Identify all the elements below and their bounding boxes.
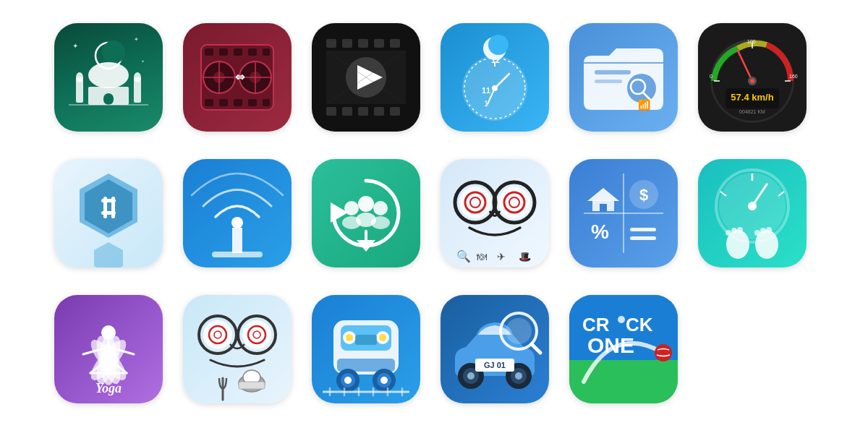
svg-rect-85 (111, 197, 115, 218)
svg-marker-86 (94, 242, 123, 267)
svg-point-194 (506, 318, 532, 344)
app-icon-cricket[interactable]: CR CK ONE (569, 295, 678, 403)
app-icon-train[interactable] (312, 295, 420, 403)
app-icon-food-search[interactable] (183, 295, 292, 403)
app-icon-prayer-clock[interactable]: 12 11 1 (441, 23, 549, 132)
svg-rect-35 (342, 39, 352, 48)
svg-point-128 (748, 202, 757, 210)
svg-point-198 (655, 344, 672, 361)
svg-point-50 (488, 35, 509, 55)
app-icon-smart-search[interactable]: 🔍 🍽 ✈ 🎩 (441, 159, 549, 267)
svg-rect-120 (630, 228, 656, 231)
svg-text:160: 160 (789, 74, 798, 79)
svg-point-7 (76, 72, 83, 82)
svg-point-88 (231, 217, 243, 228)
svg-text:Yoga: Yoga (95, 381, 122, 395)
svg-rect-21 (234, 99, 242, 106)
svg-rect-23 (263, 99, 270, 106)
svg-point-91 (344, 201, 359, 215)
svg-text:57.4 km/h: 57.4 km/h (731, 92, 773, 103)
svg-text:✈: ✈ (497, 251, 506, 262)
svg-rect-38 (390, 39, 400, 48)
svg-rect-87 (232, 228, 242, 253)
svg-rect-14 (205, 48, 213, 56)
svg-point-200 (618, 316, 625, 323)
svg-point-187 (467, 372, 475, 380)
svg-point-59 (492, 85, 498, 91)
svg-text:CR: CR (582, 314, 610, 335)
svg-rect-16 (234, 48, 242, 56)
svg-text:$: $ (639, 186, 648, 204)
svg-text:004821 KM: 004821 KM (739, 109, 765, 114)
svg-point-153 (203, 320, 232, 349)
svg-point-132 (731, 228, 737, 234)
svg-text:🔍: 🔍 (456, 249, 471, 263)
svg-rect-17 (248, 48, 257, 56)
svg-rect-60 (595, 70, 631, 74)
svg-rect-163 (239, 382, 265, 389)
svg-text:✦: ✦ (141, 59, 145, 64)
svg-rect-116 (600, 204, 607, 211)
svg-rect-15 (219, 48, 228, 56)
svg-point-73 (750, 79, 754, 83)
svg-point-190 (515, 372, 522, 380)
app-grid: ✦ ✦ ✦ (40, 9, 828, 432)
svg-rect-36 (358, 39, 368, 48)
svg-point-5 (88, 62, 129, 88)
app-icon-radio[interactable] (183, 159, 292, 267)
svg-rect-43 (390, 107, 400, 116)
svg-text:CK: CK (626, 314, 653, 335)
app-icon-mosque[interactable]: ✦ ✦ ✦ (54, 23, 163, 132)
svg-rect-34 (326, 39, 336, 48)
svg-rect-11 (103, 93, 114, 105)
svg-point-169 (379, 334, 386, 341)
svg-rect-42 (374, 107, 384, 116)
app-icon-video-play[interactable] (312, 23, 420, 132)
svg-text:100: 100 (747, 39, 756, 44)
svg-point-4 (102, 40, 125, 64)
app-icon-video-compress[interactable]: ⇔ (183, 23, 292, 132)
svg-rect-121 (630, 236, 656, 240)
svg-rect-40 (342, 107, 352, 116)
app-icon-speedometer[interactable]: 57.4 km/h 004821 KM 0 100 160 (698, 23, 807, 132)
svg-text:✦: ✦ (134, 36, 139, 43)
svg-text:⇔: ⇔ (235, 71, 245, 83)
svg-rect-18 (263, 48, 270, 56)
svg-rect-39 (326, 107, 336, 116)
app-icon-plate-lookup[interactable]: GJ 01 (441, 295, 549, 403)
svg-marker-114 (587, 188, 619, 201)
svg-rect-37 (374, 39, 384, 48)
app-icon-calculator[interactable]: $ % (569, 159, 678, 267)
svg-point-95 (373, 201, 388, 215)
app-icon-yoga[interactable]: Yoga (54, 295, 163, 403)
svg-point-9 (134, 72, 141, 82)
svg-text:12: 12 (491, 56, 500, 64)
svg-text:🎩: 🎩 (519, 251, 532, 263)
app-icon-ar-plus[interactable] (54, 159, 163, 267)
svg-point-142 (101, 325, 116, 340)
svg-point-154 (242, 320, 271, 349)
app-icon-group-sync[interactable] (312, 159, 420, 267)
svg-point-177 (380, 377, 388, 384)
svg-point-93 (358, 196, 374, 212)
svg-text:GJ 01: GJ 01 (484, 361, 506, 369)
svg-text:%: % (591, 220, 609, 243)
app-icon-file-manager[interactable]: 📶 (569, 23, 678, 132)
svg-point-134 (754, 230, 760, 236)
svg-rect-41 (358, 107, 368, 116)
svg-point-168 (346, 334, 353, 341)
svg-text:✦: ✦ (72, 42, 78, 50)
svg-point-96 (371, 216, 390, 229)
svg-point-133 (737, 227, 743, 233)
svg-rect-84 (103, 197, 107, 218)
svg-text:11: 11 (482, 86, 490, 95)
svg-point-131 (726, 230, 731, 236)
svg-rect-22 (248, 99, 257, 106)
svg-rect-61 (595, 80, 622, 83)
svg-rect-89 (212, 252, 263, 257)
svg-text:🍽: 🍽 (477, 251, 487, 262)
svg-text:ONE: ONE (587, 333, 634, 357)
svg-text:📶: 📶 (638, 99, 651, 111)
svg-rect-20 (219, 99, 228, 106)
app-icon-weight[interactable] (698, 159, 807, 267)
